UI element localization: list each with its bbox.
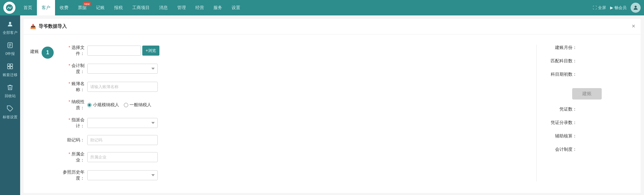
form-area: 建账 1 * 选择文件： +浏览 <box>23 35 641 188</box>
nav-item-tax[interactable]: 报税 <box>109 0 128 15</box>
tax-label: * 纳税性质： <box>60 99 85 111</box>
tax-option1[interactable]: 小规模纳税人 <box>87 102 119 108</box>
fuzhuhesuan-row: 辅助核算： <box>547 133 627 139</box>
nav-right: ⛶ 全屏 ▶ 畅会员 <box>593 3 641 13</box>
svg-point-1 <box>635 6 637 8</box>
kuaijizidu-row: 会计制度： <box>547 146 627 152</box>
form-left: 建账 1 * 选择文件： +浏览 <box>30 45 533 181</box>
import-icon: 📥 <box>30 24 36 29</box>
vip-btn[interactable]: ▶ 畅会员 <box>610 5 627 11</box>
history-select[interactable] <box>87 170 158 180</box>
info-panel: 建账月份： 匹配科目数： 科目期初数： 建账 <box>540 45 634 181</box>
jianzhangyuefen-row: 建账月份： <box>547 45 627 51</box>
fullscreen-btn[interactable]: ⛶ 全屏 <box>593 5 606 11</box>
memo-label: 助记码： <box>60 137 85 143</box>
tags-icon <box>7 105 13 114</box>
sidebar-item-all-customers[interactable]: 全部客户 <box>1 18 19 38</box>
all-customers-icon <box>7 21 13 29</box>
company-label: * 所属企业： <box>60 151 85 163</box>
nav-item-message[interactable]: 消息 <box>154 0 172 15</box>
assign-row: * 指派会计： <box>60 117 533 129</box>
ledger-row: * 账簿名称： <box>60 81 533 93</box>
nav-item-invoice[interactable]: 票据 new <box>73 0 91 15</box>
svg-rect-10 <box>10 67 13 69</box>
ledger-input[interactable] <box>87 82 158 92</box>
new-badge: new <box>83 2 91 6</box>
svg-rect-7 <box>8 64 10 66</box>
page-panel: 📥 导爷数据导入 × 建账 1 <box>23 19 641 193</box>
tax-row: * 纳税性质： 小规模纳税人 一般纳税人 <box>60 99 533 111</box>
history-label: 参照历史年度： <box>60 169 85 181</box>
kemuqichu-label: 科目期初数： <box>547 71 577 77</box>
kuaijizidu-label: 会计制度： <box>547 146 577 152</box>
sidebar-item-migration[interactable]: 账套迁移 <box>1 60 19 80</box>
file-row: * 选择文件： +浏览 <box>60 45 533 57</box>
section-divider <box>536 45 537 181</box>
nav-item-home[interactable]: 首页 <box>19 0 37 15</box>
nav-item-settings[interactable]: 设置 <box>227 0 245 15</box>
vip-icon: ▶ <box>610 5 613 10</box>
history-row: 参照历史年度： <box>60 169 533 181</box>
nav-items: 首页 客户 收费 票据 new 记账 报税 工商项目 消息 管理 经营 服务 设… <box>19 0 593 15</box>
browse-button[interactable]: +浏览 <box>142 46 159 56</box>
sidebar-item-recycle[interactable]: 回收站 <box>1 81 19 101</box>
nav-item-customer[interactable]: 客户 <box>37 0 55 15</box>
assign-select[interactable] <box>87 118 158 128</box>
ledger-label: * 账簿名称： <box>60 81 85 93</box>
pingshu-label: 凭证数： <box>547 106 577 112</box>
fuzhuhesuan-label: 辅助核算： <box>547 133 577 139</box>
pipei-row: 匹配科目数： <box>547 58 627 64</box>
file-input-group: +浏览 <box>87 46 159 56</box>
app-logo <box>3 2 15 14</box>
pingfenshu-label: 凭证分录数： <box>547 120 577 126</box>
accounting-label: * 会计制度： <box>60 63 85 75</box>
file-label: * 选择文件： <box>60 45 85 57</box>
assign-label: * 指派会计： <box>60 117 85 129</box>
panel-header: 📥 导爷数据导入 × <box>23 19 641 35</box>
sidebar-item-tags[interactable]: 标签设置 <box>1 103 19 122</box>
user-avatar[interactable] <box>631 3 641 13</box>
form-fields: * 选择文件： +浏览 * 会计制度： <box>60 45 533 181</box>
svg-point-2 <box>9 22 11 24</box>
pipei-label: 匹配科目数： <box>547 58 577 64</box>
sidebar: 全部客户 0申报 账套迁移 回收站 标签设置 <box>0 15 20 195</box>
accounting-row: * 会计制度： <box>60 63 533 75</box>
layout: 全部客户 0申报 账套迁移 回收站 标签设置 <box>0 15 644 195</box>
accounting-select[interactable] <box>87 64 158 74</box>
tax-option2[interactable]: 一般纳税人 <box>124 102 151 108</box>
svg-rect-9 <box>8 67 10 69</box>
svg-rect-8 <box>10 64 13 66</box>
main-content: 📥 导爷数据导入 × 建账 1 <box>20 15 644 195</box>
nav-item-operation[interactable]: 经营 <box>191 0 209 15</box>
company-input[interactable] <box>87 152 158 162</box>
step-label: 建账 <box>30 49 39 55</box>
nav-item-service[interactable]: 服务 <box>209 0 227 15</box>
panel-title: 导爷数据导入 <box>39 23 67 29</box>
kemuqichu-row: 科目期初数： <box>547 71 627 77</box>
nav-item-accounting[interactable]: 记账 <box>91 0 109 15</box>
nav-item-fees[interactable]: 收费 <box>55 0 73 15</box>
jianzhangyuefen-label: 建账月份： <box>547 45 577 51</box>
top-nav: 首页 客户 收费 票据 new 记账 报税 工商项目 消息 管理 经营 服务 设… <box>0 0 644 15</box>
nav-item-admin[interactable]: 管理 <box>172 0 191 15</box>
fullscreen-icon: ⛶ <box>593 5 597 10</box>
file-input[interactable] <box>87 46 141 56</box>
pingshu-row: 凭证数： <box>547 106 627 112</box>
close-button[interactable]: × <box>632 23 635 30</box>
company-row: * 所属企业： <box>60 151 533 163</box>
zero-report-icon <box>7 42 13 50</box>
recycle-icon <box>7 84 13 92</box>
nav-item-business[interactable]: 工商项目 <box>128 0 154 15</box>
tax-radio-group: 小规模纳税人 一般纳税人 <box>87 102 151 108</box>
sidebar-item-zero-report[interactable]: 0申报 <box>1 39 19 59</box>
jianzhang-button[interactable]: 建账 <box>572 88 602 100</box>
migration-icon <box>7 63 13 71</box>
pingfenshu-row: 凭证分录数： <box>547 120 627 126</box>
memo-input[interactable] <box>87 135 158 145</box>
step-badge: 1 <box>42 47 54 59</box>
memo-row: 助记码： <box>60 135 533 145</box>
